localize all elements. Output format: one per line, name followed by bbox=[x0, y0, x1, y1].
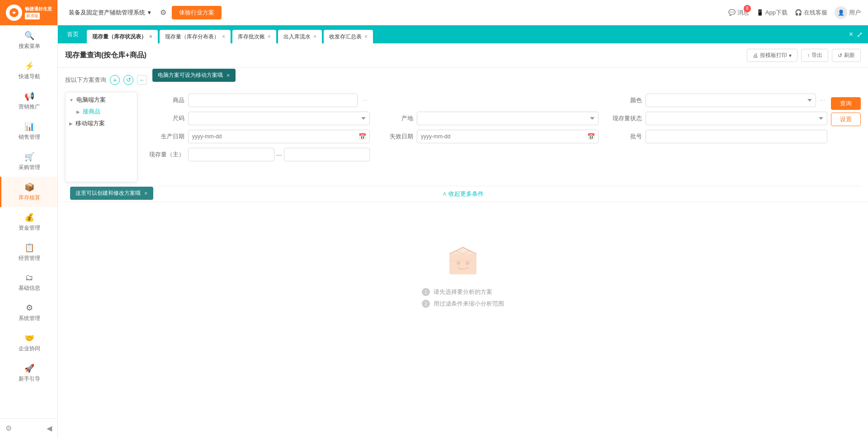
tab-close-icon[interactable]: × bbox=[222, 33, 225, 40]
marketing-icon: 📢 bbox=[24, 91, 34, 101]
footer-settings-icon[interactable]: ⚙ bbox=[5, 424, 12, 433]
tooltip2-close-icon[interactable]: × bbox=[144, 190, 148, 197]
mfg-date-input[interactable] bbox=[188, 130, 370, 143]
app-download-action[interactable]: 📱 App下载 bbox=[756, 9, 788, 17]
sidebar-item-enterprise[interactable]: 🤝 企业协同 bbox=[0, 328, 57, 358]
calendar-icon[interactable]: 📅 bbox=[359, 133, 366, 140]
color-select-wrap: ··· bbox=[646, 94, 827, 107]
sidebar-item-label: 基础信息 bbox=[19, 284, 40, 292]
size-select[interactable] bbox=[188, 112, 370, 125]
sidebar-item-marketing[interactable]: 📢 营销推广 bbox=[0, 86, 57, 116]
filter-refresh-button[interactable]: ↺ bbox=[123, 75, 133, 85]
filter-row-mfg-date: 生产日期 📅 bbox=[148, 130, 370, 143]
finance-icon: 💰 bbox=[24, 212, 34, 222]
mfg-date-label: 生产日期 bbox=[148, 132, 184, 141]
desktop-scheme-sub-item[interactable]: ▶ 接商品 bbox=[66, 106, 137, 118]
svg-point-2 bbox=[457, 261, 460, 265]
set-button[interactable]: 设置 bbox=[831, 113, 861, 126]
desktop-scheme-item[interactable]: ▼ 电脑端方案 bbox=[66, 94, 137, 106]
export-button[interactable]: ↑ 导出 bbox=[801, 49, 828, 62]
query-action-panel: 查询 设置 bbox=[827, 92, 861, 182]
tip-num-1: 1 bbox=[422, 288, 430, 296]
tab-receive-summary[interactable]: 收发存汇总表 × bbox=[324, 30, 373, 43]
tab-close-all-icon[interactable]: × bbox=[849, 30, 853, 39]
trial-button[interactable]: 体验行业方案 bbox=[172, 6, 222, 19]
tab-close-icon[interactable]: × bbox=[313, 33, 316, 40]
product-input-wrap: ··· bbox=[188, 94, 370, 107]
online-support-action[interactable]: 🎧 在线客服 bbox=[795, 9, 827, 17]
filter-add-button[interactable]: + bbox=[110, 75, 120, 85]
color-select[interactable] bbox=[646, 94, 816, 107]
message-icon: 💬 bbox=[728, 9, 736, 16]
user-label: 用户 bbox=[849, 9, 861, 17]
batch-input[interactable] bbox=[646, 130, 827, 143]
sidebar-footer: ⚙ ◀ bbox=[0, 418, 57, 438]
guide-icon: 🚀 bbox=[24, 363, 34, 373]
mobile-scheme-item[interactable]: ▶ 移动端方案 bbox=[66, 118, 137, 129]
stock-qty-min[interactable] bbox=[188, 148, 274, 161]
tab-inventory-status[interactable]: 现存量（库存状况表） × bbox=[87, 30, 158, 43]
filter-arrow-button[interactable]: ← bbox=[137, 75, 147, 85]
sidebar-item-label: 资金管理 bbox=[19, 224, 40, 232]
desktop-scheme-label: 电脑端方案 bbox=[76, 96, 106, 104]
tab-inventory-dist[interactable]: 现存量（库存分布表） × bbox=[160, 30, 231, 43]
sidebar-item-purchase[interactable]: 🛒 采购管理 bbox=[0, 146, 57, 177]
stock-status-select[interactable] bbox=[646, 112, 827, 125]
sidebar-item-guide[interactable]: 🚀 新手引导 bbox=[0, 358, 57, 388]
sidebar-item-finance[interactable]: 💰 资金管理 bbox=[0, 207, 57, 237]
refresh-icon: ↺ bbox=[838, 52, 842, 59]
tab-batch-account[interactable]: 库存批次账 × bbox=[232, 30, 276, 43]
sidebar-item-sales[interactable]: 📊 销售管理 bbox=[0, 116, 57, 146]
tab-label: 收发存汇总表 bbox=[329, 33, 362, 41]
footer-collapse-icon[interactable]: ◀ bbox=[47, 424, 52, 433]
sidebar-item-label: 系统管理 bbox=[19, 315, 40, 322]
exp-date-label: 失效日期 bbox=[377, 132, 413, 141]
product-input[interactable] bbox=[188, 94, 358, 107]
message-action[interactable]: 💬 消息 8 bbox=[728, 9, 749, 17]
sidebar-item-quicknav[interactable]: ⚡ 快速导航 bbox=[0, 56, 57, 86]
top-header: 装备及固定资产辅助管理系统 ▾ ⚙ 体验行业方案 💬 消息 8 📱 App下载 … bbox=[58, 0, 868, 25]
tooltip-text: 电脑方案可设为移动方案哦 bbox=[158, 71, 223, 79]
origin-select[interactable] bbox=[417, 112, 599, 125]
stock-qty-max[interactable] bbox=[284, 148, 370, 161]
tab-expand-icon[interactable]: ⤢ bbox=[857, 30, 863, 39]
user-action[interactable]: 👤 用户 bbox=[835, 6, 861, 19]
tab-close-icon[interactable]: × bbox=[268, 33, 271, 40]
sidebar-item-label: 营销推广 bbox=[19, 103, 40, 111]
color-dots-icon[interactable]: ··· bbox=[818, 96, 827, 104]
query-button[interactable]: 查询 bbox=[831, 97, 861, 110]
product-label: 商品 bbox=[148, 96, 184, 104]
tab-label: 现存量（库存状况表） bbox=[92, 33, 146, 41]
origin-label: 产地 bbox=[377, 114, 413, 122]
tab-flow[interactable]: 出入库流水 × bbox=[278, 30, 322, 43]
collapse-label: ∧ 收起更多条件 bbox=[442, 190, 484, 197]
sidebar-item-basic[interactable]: 🗂 基础信息 bbox=[0, 268, 57, 297]
sidebar-item-inventory[interactable]: 📦 库存核算 bbox=[0, 177, 57, 207]
sub-arrow-icon: ▶ bbox=[76, 109, 80, 114]
tooltip2-text: 这里可以创建和修改方案哦 bbox=[75, 189, 141, 197]
sidebar-item-system[interactable]: ⚙ 系统管理 bbox=[0, 297, 57, 328]
calendar2-icon[interactable]: 📅 bbox=[587, 133, 595, 140]
tab-close-icon[interactable]: × bbox=[364, 33, 368, 40]
collapse-row[interactable]: ∧ 收起更多条件 bbox=[65, 186, 861, 202]
product-dots-icon[interactable]: ··· bbox=[360, 96, 370, 104]
sidebar-item-search[interactable]: 🔍 搜索菜单 bbox=[0, 25, 57, 56]
phone-icon: 📱 bbox=[756, 9, 764, 16]
tab-home[interactable]: 首页 bbox=[60, 25, 86, 43]
tooltip-close-icon[interactable]: × bbox=[226, 72, 230, 79]
logo-text: 畅捷通好生意 标准版 bbox=[25, 6, 52, 19]
system-selector[interactable]: 装备及固定资产辅助管理系统 ▾ bbox=[65, 7, 155, 19]
enterprise-icon: 🤝 bbox=[24, 333, 34, 343]
tooltip-create-scheme: 这里可以创建和修改方案哦 × bbox=[70, 187, 153, 200]
filter-row-batch: 批号 bbox=[606, 130, 827, 143]
mfg-date-wrap: 📅 bbox=[188, 130, 370, 143]
print-button[interactable]: 🖨 按模板打印 ▾ bbox=[747, 49, 797, 62]
sidebar-item-operations[interactable]: 📋 经营管理 bbox=[0, 237, 57, 268]
tab-close-icon[interactable]: × bbox=[149, 33, 152, 40]
sidebar-logo: 畅捷通好生意 标准版 bbox=[0, 0, 57, 25]
empty-state: 1 请先选择要分析的方案 2 用过滤条件来缩小分析范围 bbox=[58, 202, 868, 348]
exp-date-input[interactable] bbox=[417, 130, 599, 143]
size-label: 尺码 bbox=[148, 114, 184, 122]
refresh-button[interactable]: ↺ 刷新 bbox=[832, 49, 861, 62]
settings-icon[interactable]: ⚙ bbox=[160, 8, 166, 17]
